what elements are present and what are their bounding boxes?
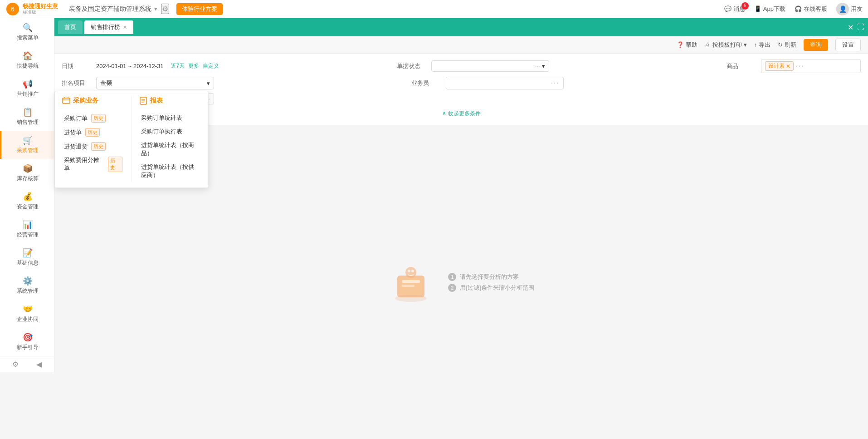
- quick-7days[interactable]: 近7天: [171, 62, 185, 70]
- export-btn[interactable]: ↑ 导出: [754, 41, 771, 49]
- tab-sales-rank-label: 销售排行榜: [91, 23, 120, 31]
- sidebar-item-basic-info[interactable]: 📝 基础信息: [0, 243, 54, 271]
- sidebar-item-system[interactable]: ⚙️ 系统管理: [0, 271, 54, 300]
- doc-status-arrow: ▾: [542, 63, 545, 69]
- quick-custom[interactable]: 自定义: [203, 62, 219, 70]
- svg-point-14: [408, 270, 410, 272]
- sidebar-item-guide[interactable]: 🎯 新手引导: [0, 328, 54, 356]
- tab-sales-rank[interactable]: 销售排行榜 ✕: [84, 20, 133, 34]
- hint1: 请先选择要分析的方案: [460, 273, 519, 281]
- tab-maximize-btn[interactable]: ⛶: [857, 23, 864, 31]
- menu-order-stats[interactable]: 采购订单统计表: [139, 111, 201, 125]
- rank-arrow: ▾: [207, 80, 210, 87]
- sidebar-container: 🔍 搜索菜单 🏠 快捷导航 📢 营销推广 📋 销售管理 🛒 采购管理 📦: [0, 18, 54, 439]
- sidebar-item-enterprise[interactable]: 🤝 企业协同: [0, 300, 54, 328]
- doc-status-dots: ···: [535, 63, 540, 69]
- doc-status-label: 单据状态: [397, 62, 424, 70]
- goods-input[interactable]: 设计素 ✕ ···: [761, 59, 861, 73]
- business-col-icon: [62, 97, 70, 105]
- menu-receipt-stats-goods[interactable]: 进货单统计表（按商品）: [139, 138, 201, 160]
- goods-dots[interactable]: ···: [795, 62, 804, 70]
- svg-rect-11: [402, 280, 420, 283]
- report-title-label: 报表: [150, 97, 163, 105]
- rank-select[interactable]: 金额 ▾: [96, 77, 214, 89]
- sidebar-settings-btn[interactable]: ⚙: [12, 360, 19, 369]
- print-icon: 🖨: [705, 41, 711, 48]
- phone-icon: 📱: [754, 5, 761, 12]
- sidebar: 🔍 搜索菜单 🏠 快捷导航 📢 营销推广 📋 销售管理 🛒 采购管理 📦: [0, 18, 54, 372]
- menu-cost-alloc[interactable]: 采购费用分摊单 历史: [62, 153, 124, 175]
- cost-alloc-history: 历史: [108, 157, 122, 172]
- help-btn[interactable]: ❓ 帮助: [677, 41, 697, 49]
- goods-tag-close[interactable]: ✕: [786, 63, 790, 69]
- system-gear-button[interactable]: ⚙: [161, 4, 169, 14]
- filter-row-2: 排名项目 金额 ▾ 业务员 ···: [62, 77, 861, 89]
- sidebar-label-inventory: 库存核算: [17, 175, 39, 183]
- menu-order-exec[interactable]: 采购订单执行表: [139, 125, 201, 138]
- salesperson-input[interactable]: ···: [446, 77, 564, 89]
- print-dropdown-icon[interactable]: ▾: [744, 41, 747, 48]
- sidebar-item-inventory[interactable]: 📦 库存核算: [0, 159, 54, 187]
- menu-purchase-order[interactable]: 采购订单 历史: [62, 111, 124, 125]
- industry-btn[interactable]: 体验行业方案: [176, 3, 223, 15]
- step-num-2: 2: [448, 284, 456, 292]
- content-area: 首页 销售排行榜 ✕ ✕ ⛶ ❓ 帮助 🖨 按模板打印 ▾ ↑: [54, 18, 868, 439]
- online-service-btn[interactable]: 🎧 在线客服: [795, 5, 827, 13]
- sidebar-item-capital[interactable]: 💰 资金管理: [0, 187, 54, 215]
- system-title: 装备及固定资产辅助管理系统: [69, 5, 151, 13]
- date-start: 2024-01-01: [96, 63, 127, 69]
- query-btn[interactable]: 查询: [804, 39, 828, 51]
- collapse-text: 收起更多条件: [448, 110, 481, 118]
- export-icon: ↑: [754, 41, 757, 48]
- svg-rect-12: [402, 285, 414, 287]
- salesperson-label: 业务员: [411, 79, 439, 87]
- date-label: 日期: [62, 62, 89, 70]
- menu-receipt[interactable]: 进货单 历史: [62, 125, 124, 139]
- sidebar-label-system: 系统管理: [17, 287, 39, 295]
- tab-home[interactable]: 首页: [58, 20, 83, 34]
- receipt-stats-supplier-label: 进货单统计表（按供应商）: [141, 163, 200, 179]
- help-label: 帮助: [686, 41, 697, 49]
- sidebar-item-search[interactable]: 🔍 搜索菜单: [0, 18, 54, 46]
- sidebar-label-sales: 销售管理: [17, 118, 39, 126]
- cart-icon: 🛒: [23, 135, 33, 145]
- sidebar-item-marketing[interactable]: 📢 营销推广: [0, 74, 54, 103]
- purchase-order-label: 采购订单: [64, 114, 88, 123]
- sidebar-collapse-btn[interactable]: ◀: [36, 360, 42, 369]
- settings-btn[interactable]: 设置: [835, 39, 861, 51]
- main-layout: 🔍 搜索菜单 🏠 快捷导航 📢 营销推广 📋 销售管理 🛒 采购管理 📦: [0, 18, 868, 439]
- menu-receipt-stats-supplier[interactable]: 进货单统计表（按供应商）: [139, 160, 201, 182]
- sidebar-item-sales[interactable]: 📋 销售管理: [0, 103, 54, 131]
- print-btn[interactable]: 🖨 按模板打印 ▾: [705, 41, 747, 49]
- search-icon: 🔍: [23, 23, 33, 33]
- app-download-btn[interactable]: 📱 App下载: [754, 5, 785, 13]
- collapse-icon: ∧: [442, 110, 446, 118]
- sidebar-item-operations[interactable]: 📊 经营管理: [0, 215, 54, 243]
- date-end: 2024-12-31: [133, 63, 164, 69]
- order-stats-label: 采购订单统计表: [141, 114, 182, 122]
- user-btn[interactable]: 👤 用友: [836, 3, 863, 15]
- home-icon: 🏠: [23, 51, 33, 61]
- date-range: 2024-01-01 ~ 2024-12-31: [96, 63, 164, 69]
- sidebar-item-quick-nav[interactable]: 🏠 快捷导航: [0, 46, 54, 74]
- dropdown-arrow-system[interactable]: ▾: [154, 5, 157, 12]
- tab-close-btn[interactable]: ✕: [123, 25, 127, 30]
- filter-row-1: 日期 2024-01-01 ~ 2024-12-31 近7天 更多 自定义 单据…: [62, 59, 861, 73]
- sidebar-label-basic-info: 基础信息: [17, 259, 39, 267]
- menu-return[interactable]: 进货退货 历史: [62, 139, 124, 153]
- doc-status-select[interactable]: ··· ▾: [431, 60, 549, 72]
- hint2: 用[过滤]条件来缩小分析范围: [460, 284, 534, 292]
- sidebar-label-enterprise: 企业协同: [17, 316, 39, 323]
- quick-more[interactable]: 更多: [188, 62, 199, 70]
- refresh-btn[interactable]: ↻ 刷新: [778, 41, 796, 49]
- svg-point-13: [405, 267, 416, 278]
- message-btn[interactable]: 💬 消息 6: [724, 5, 745, 13]
- rank-value: 金额: [100, 79, 112, 87]
- sidebar-label-search: 搜索菜单: [17, 34, 39, 42]
- sidebar-item-purchase[interactable]: 🛒 采购管理: [0, 131, 54, 159]
- tab-close-all-btn[interactable]: ✕: [848, 23, 853, 32]
- report-column: 报表 采购订单统计表 采购订单执行表 进货单统计表（按商品） 进货单统计表（按供…: [132, 97, 209, 182]
- receipt-history: 历史: [85, 128, 100, 137]
- salesperson-dots[interactable]: ···: [551, 79, 560, 87]
- export-label: 导出: [759, 41, 770, 49]
